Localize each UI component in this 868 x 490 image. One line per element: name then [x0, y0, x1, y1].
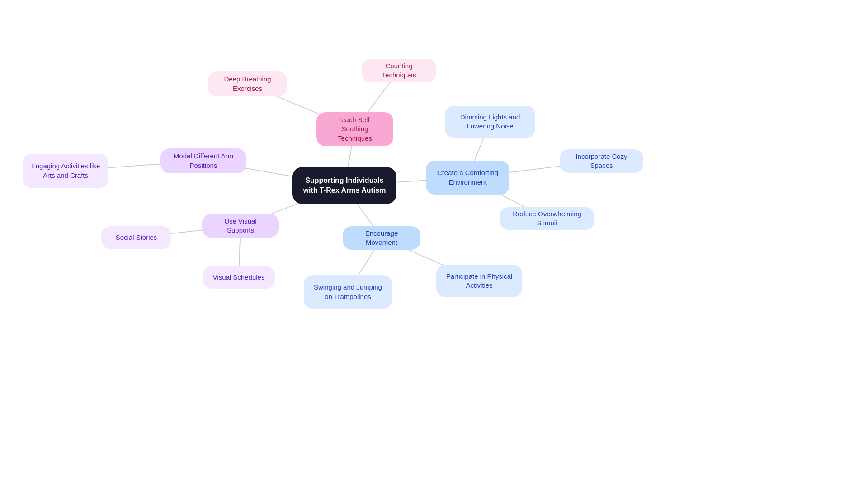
model-arm-positions-node: Model Different Arm Positions — [160, 148, 246, 173]
create-comforting-node: Create a Comforting Environment — [426, 161, 509, 195]
swinging-jumping-node: Swinging and Jumping on Trampolines — [304, 275, 392, 309]
center-node: Supporting Individuals with T-Rex Arms A… — [292, 167, 396, 204]
deep-breathing-node: Deep Breathing Exercises — [208, 71, 287, 96]
visual-schedules-node: Visual Schedules — [203, 266, 275, 289]
counting-techniques-node: Counting Techniques — [362, 59, 436, 82]
dimming-lights-node: Dimming Lights and Lowering Noise — [445, 106, 535, 138]
participate-physical-node: Participate in Physical Activities — [436, 265, 522, 297]
teach-self-soothing-node: Teach Self-Soothing Techniques — [316, 112, 393, 146]
use-visual-supports-node: Use Visual Supports — [202, 214, 279, 238]
reduce-stimuli-node: Reduce Overwhelming Stimuli — [500, 207, 594, 230]
encourage-movement-node: Encourage Movement — [343, 226, 420, 250]
incorporate-cozy-node: Incorporate Cozy Spaces — [560, 149, 643, 173]
engaging-activities-node: Engaging Activities like Arts and Crafts — [23, 154, 108, 188]
social-stories-node: Social Stories — [101, 226, 171, 249]
